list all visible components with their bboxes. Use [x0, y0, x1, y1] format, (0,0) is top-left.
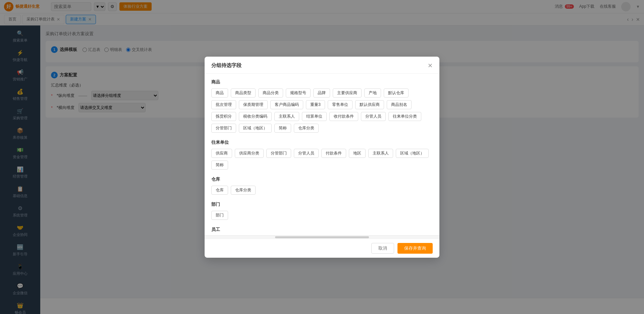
confirm-button[interactable]: 保存并查询 — [397, 243, 433, 254]
field-section-partner: 往来单位供应商供应商分类分管部门分管人员付款条件地区主联系人区域（地区）简称 — [211, 139, 433, 170]
field-tag-partner-2[interactable]: 分管部门 — [266, 149, 291, 158]
field-section-department: 部门部门 — [211, 201, 433, 220]
field-tag-department-0[interactable]: 部门 — [211, 211, 228, 220]
field-tag-partner-1[interactable]: 供应商分类 — [235, 149, 264, 158]
field-tag-warehouse-1[interactable]: 仓库分类 — [231, 186, 256, 195]
field-tag-goods-17[interactable]: 主联系人 — [274, 112, 299, 121]
field-tag-warehouse-0[interactable]: 仓库 — [211, 186, 228, 195]
field-tag-goods-11[interactable]: 重量3 — [306, 100, 325, 109]
field-tag-partner-4[interactable]: 付款条件 — [321, 149, 346, 158]
field-grid-partner: 供应商供应商分类分管部门分管人员付款条件地区主联系人区域（地区）简称 — [211, 149, 433, 170]
field-tag-goods-3[interactable]: 规格型号 — [286, 88, 311, 98]
modal-hscroll-thumb — [275, 236, 369, 238]
field-section-goods: 商品商品商品类型商品分类规格型号品牌主要供应商产地默认仓库批次管理保质期管理客户… — [211, 79, 433, 133]
field-grid-warehouse: 仓库仓库分类 — [211, 186, 433, 195]
field-tag-goods-2[interactable]: 商品分类 — [258, 88, 283, 98]
field-grid-department: 部门 — [211, 211, 433, 220]
field-tag-partner-7[interactable]: 区域（地区） — [396, 149, 429, 158]
field-tag-goods-7[interactable]: 默认仓库 — [384, 88, 409, 98]
section-title-partner: 往来单位 — [211, 139, 433, 145]
modal-hscrollbar[interactable] — [205, 235, 439, 239]
modal-overlay: 分组待选字段 ✕ 商品商品商品类型商品分类规格型号品牌主要供应商产地默认仓库批次… — [0, 0, 644, 314]
field-tag-goods-5[interactable]: 主要供应商 — [333, 88, 362, 98]
section-title-goods: 商品 — [211, 79, 433, 85]
field-tag-goods-23[interactable]: 区域（地区） — [239, 124, 272, 133]
field-tag-goods-8[interactable]: 批次管理 — [211, 100, 236, 109]
modal-footer: 取消 保存并查询 — [205, 239, 439, 258]
field-tag-goods-22[interactable]: 分管部门 — [211, 124, 236, 133]
section-title-warehouse: 仓库 — [211, 176, 433, 182]
field-grid-goods: 商品商品类型商品分类规格型号品牌主要供应商产地默认仓库批次管理保质期管理客户商品… — [211, 88, 433, 133]
cancel-button[interactable]: 取消 — [371, 243, 394, 254]
modal-header: 分组待选字段 ✕ — [205, 57, 439, 74]
section-title-department: 部门 — [211, 201, 433, 207]
field-tag-goods-16[interactable]: 税收分类编码 — [239, 112, 272, 121]
field-tag-goods-4[interactable]: 品牌 — [313, 88, 330, 98]
field-tag-goods-1[interactable]: 商品类型 — [231, 88, 256, 98]
section-title-employee: 员工 — [211, 227, 433, 233]
field-tag-partner-0[interactable]: 供应商 — [211, 149, 232, 158]
field-tag-partner-8[interactable]: 简称 — [211, 161, 228, 170]
field-tag-goods-0[interactable]: 商品 — [211, 88, 228, 98]
field-tag-goods-18[interactable]: 结算单位 — [302, 112, 327, 121]
field-tag-goods-19[interactable]: 收付款条件 — [329, 112, 358, 121]
field-select-modal: 分组待选字段 ✕ 商品商品商品类型商品分类规格型号品牌主要供应商产地默认仓库批次… — [205, 57, 439, 258]
field-tag-goods-13[interactable]: 默认供应商 — [355, 100, 384, 109]
field-tag-goods-21[interactable]: 往来单位分类 — [388, 112, 421, 121]
modal-body: 商品商品商品类型商品分类规格型号品牌主要供应商产地默认仓库批次管理保质期管理客户… — [205, 74, 439, 235]
modal-close-button[interactable]: ✕ — [428, 62, 433, 69]
field-tag-goods-9[interactable]: 保质期管理 — [239, 100, 268, 109]
field-section-warehouse: 仓库仓库仓库分类 — [211, 176, 433, 195]
field-tag-goods-12[interactable]: 零售单位 — [328, 100, 353, 109]
field-tag-partner-3[interactable]: 分管人员 — [294, 149, 319, 158]
field-tag-goods-10[interactable]: 客户商品编码 — [270, 100, 303, 109]
field-tag-goods-20[interactable]: 分管人员 — [361, 112, 386, 121]
field-tag-partner-6[interactable]: 主联系人 — [368, 149, 393, 158]
modal-title: 分组待选字段 — [211, 62, 241, 69]
field-tag-goods-6[interactable]: 产地 — [364, 88, 381, 98]
field-section-employee: 员工业务员 — [211, 227, 433, 235]
field-tag-goods-25[interactable]: 仓库分类 — [294, 124, 319, 133]
field-tag-partner-5[interactable]: 地区 — [349, 149, 366, 158]
field-tag-goods-15[interactable]: 拣货积分 — [211, 112, 236, 121]
field-tag-goods-24[interactable]: 简称 — [274, 124, 291, 133]
field-tag-goods-14[interactable]: 商品别名 — [387, 100, 412, 109]
